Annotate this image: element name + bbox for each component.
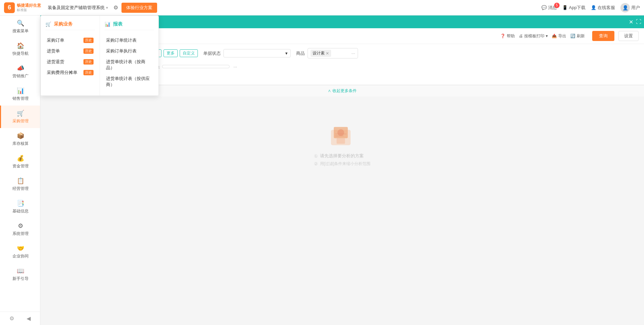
dropdown-item-stock-by-supplier[interactable]: 进货单统计表（按供应商） bbox=[105, 73, 154, 90]
export-label: 导出 bbox=[558, 33, 566, 39]
sidebar-label-guide: 新手引导 bbox=[12, 276, 29, 282]
export-btn[interactable]: 📤 导出 bbox=[552, 33, 566, 39]
app-download-btn[interactable]: 📱 App下载 bbox=[562, 5, 585, 11]
salesman-more-btn[interactable]: ··· bbox=[234, 64, 237, 69]
sales-icon: 📊 bbox=[17, 87, 24, 94]
logo-text: 畅捷通好生意 标准版 bbox=[17, 3, 41, 12]
goods-label: 商品 bbox=[296, 50, 305, 56]
help-btn[interactable]: ❓ 帮助 bbox=[500, 33, 515, 39]
home-icon: 🏠 bbox=[17, 42, 24, 49]
sidebar-label-search: 搜索菜单 bbox=[12, 28, 29, 34]
help-label: 帮助 bbox=[507, 33, 515, 39]
dropdown-report-icon: 📊 bbox=[105, 22, 110, 27]
sidebar-item-operations[interactable]: 📋 经营管理 bbox=[0, 173, 40, 196]
salesman-select[interactable] bbox=[162, 65, 229, 68]
sidebar-label-operations: 经营管理 bbox=[12, 186, 29, 192]
dropdown-item-stock-by-goods[interactable]: 进货单统计表（按商品） bbox=[105, 56, 154, 73]
finance-icon: 💰 bbox=[17, 155, 24, 162]
header-settings-icon[interactable]: ⚙ bbox=[113, 4, 118, 11]
sidebar-collapse-icon[interactable]: ◀ bbox=[27, 315, 31, 322]
tab-close-btn[interactable]: ✕ bbox=[629, 19, 633, 25]
search-icon: 🔍 bbox=[17, 19, 24, 27]
dropdown-col-report: 📊 报表 采购订单统计表 采购订单执行表 进货单统计表（按商品） 进货单统计表（… bbox=[100, 16, 159, 95]
sidebar-item-guide[interactable]: 📖 新手引导 bbox=[0, 263, 40, 286]
purchase-icon: 🛒 bbox=[17, 110, 24, 117]
goods-input[interactable]: 设计素 ✕ ··· bbox=[308, 48, 358, 58]
goods-tag-close[interactable]: ✕ bbox=[326, 51, 329, 56]
dropdown-report-label: 报表 bbox=[113, 21, 122, 27]
sidebar-label-base: 基础信息 bbox=[12, 208, 29, 214]
brand-title: 畅捷通好生意 bbox=[17, 3, 41, 8]
toolbar-actions: ❓ 帮助 🖨 按模板打印 ▾ 📤 导出 🔄 刷新 bbox=[500, 33, 585, 39]
quick-more[interactable]: 更多 bbox=[164, 49, 178, 57]
dropdown-purchase-icon: 🛒 bbox=[45, 22, 51, 27]
sidebar-item-finance[interactable]: 💰 资金管理 bbox=[0, 151, 40, 173]
sidebar-item-enterprise[interactable]: 🤝 企业协同 bbox=[0, 241, 40, 263]
base-info-icon: 📑 bbox=[17, 200, 24, 207]
sidebar-item-marketing[interactable]: 📣 营销推广 bbox=[0, 60, 40, 83]
sidebar-item-search-menu[interactable]: 🔍 搜索菜单 bbox=[0, 15, 40, 38]
help-icon: ❓ bbox=[500, 34, 505, 38]
refresh-icon: 🔄 bbox=[570, 34, 575, 38]
sidebar-item-inventory[interactable]: 📦 库存核算 bbox=[0, 128, 40, 151]
system-title-dropdown[interactable]: 装备及固定资产辅助管理系统 ▾ bbox=[48, 5, 108, 11]
sidebar-label-purchase: 采购管理 bbox=[12, 118, 29, 124]
status-filter: 单据状态 ▾ bbox=[203, 49, 291, 57]
sidebar-bottom: ⚙ ◀ bbox=[0, 312, 40, 325]
user-avatar: 👤 bbox=[620, 3, 630, 12]
refresh-btn[interactable]: 🔄 刷新 bbox=[570, 33, 585, 39]
tab-bar-right: ✕ ⛶ bbox=[629, 19, 641, 25]
inventory-icon: 📦 bbox=[17, 132, 24, 139]
sidebar-label-finance: 资金管理 bbox=[12, 163, 29, 169]
industry-btn[interactable]: 体验行业方案 bbox=[121, 3, 157, 13]
export-icon: 📤 bbox=[552, 34, 557, 38]
dropdown-item-expense[interactable]: 采购费用分摊单 历史 bbox=[45, 67, 95, 78]
dropdown-arrow-icon: ▾ bbox=[106, 5, 108, 10]
status-dropdown-icon: ▾ bbox=[285, 51, 288, 56]
brand-subtitle: 标准版 bbox=[17, 8, 41, 12]
dropdown-col-purchase: 🛒 采购业务 采购订单 历史 进货单 历史 进货退货 历史 采购费用分摊单 历史 bbox=[41, 16, 100, 95]
query-btn[interactable]: 查询 bbox=[592, 31, 614, 41]
status-select[interactable]: ▾ bbox=[223, 49, 291, 57]
svg-rect-3 bbox=[336, 138, 345, 144]
settings-btn[interactable]: 设置 bbox=[618, 31, 639, 41]
print-btn[interactable]: 🖨 按模板打印 ▾ bbox=[519, 33, 548, 39]
messages-btn[interactable]: 💬 消息 5 bbox=[541, 5, 557, 11]
service-icon: 👤 bbox=[591, 5, 596, 10]
sidebar-label-inventory: 库存核算 bbox=[12, 141, 29, 147]
phone-icon: 📱 bbox=[562, 5, 568, 10]
tab-maximize-btn[interactable]: ⛶ bbox=[636, 19, 641, 25]
sidebar: 🔍 搜索菜单 🏠 快捷导航 📣 营销推广 📊 销售管理 🛒 采购管理 📦 库存核… bbox=[0, 15, 40, 325]
dropdown-item-return[interactable]: 进货退货 历史 bbox=[45, 56, 95, 67]
goods-tag: 设计素 ✕ bbox=[311, 50, 331, 57]
refresh-label: 刷新 bbox=[577, 33, 585, 39]
header-right: 💬 消息 5 📱 App下载 👤 在线客服 👤 用户 bbox=[541, 3, 640, 12]
hist-badge-1: 历史 bbox=[83, 48, 94, 54]
logo-icon: 6 bbox=[4, 2, 15, 13]
status-label: 单据状态 bbox=[203, 50, 221, 56]
sidebar-label-enterprise: 企业协同 bbox=[12, 253, 29, 259]
hist-badge-3: 历史 bbox=[83, 70, 94, 75]
dropdown-item-purchase-order[interactable]: 采购订单 历史 bbox=[45, 35, 95, 46]
collapse-label: 收起更多条件 bbox=[332, 88, 357, 93]
messages-badge: 5 bbox=[554, 3, 560, 8]
print-dropdown-icon: ▾ bbox=[546, 34, 548, 38]
goods-more-btn[interactable]: ··· bbox=[351, 51, 355, 56]
quick-custom[interactable]: 自定义 bbox=[180, 49, 198, 57]
user-menu[interactable]: 👤 用户 bbox=[620, 3, 640, 12]
sidebar-label-marketing: 营销推广 bbox=[12, 73, 29, 79]
sidebar-item-purchase[interactable]: 🛒 采购管理 bbox=[0, 106, 40, 128]
message-icon: 💬 bbox=[541, 5, 547, 10]
sidebar-item-sales[interactable]: 📊 销售管理 bbox=[0, 83, 40, 106]
sidebar-item-system[interactable]: ⚙ 系统管理 bbox=[0, 218, 40, 241]
dropdown-item-stock-in[interactable]: 进货单 历史 bbox=[45, 46, 95, 56]
sidebar-item-quick-nav[interactable]: 🏠 快捷导航 bbox=[0, 38, 40, 60]
sidebar-item-base-info[interactable]: 📑 基础信息 bbox=[0, 196, 40, 218]
online-service-btn[interactable]: 👤 在线客服 bbox=[591, 5, 615, 11]
purchase-dropdown-menu: 🛒 采购业务 采购订单 历史 进货单 历史 进货退货 历史 采购费用分摊单 历史… bbox=[40, 15, 159, 96]
dropdown-item-order-exec[interactable]: 采购订单执行表 bbox=[105, 46, 154, 56]
dropdown-item-order-stat[interactable]: 采购订单统计表 bbox=[105, 35, 154, 46]
dropdown-purchase-title: 🛒 采购业务 bbox=[45, 21, 95, 30]
sidebar-settings-icon[interactable]: ⚙ bbox=[9, 315, 14, 322]
logo-area: 6 畅捷通好生意 标准版 bbox=[4, 2, 44, 13]
